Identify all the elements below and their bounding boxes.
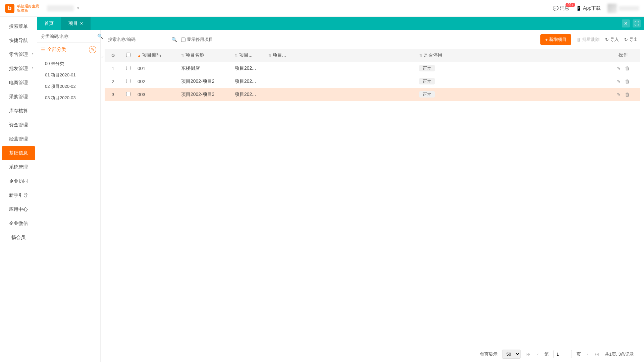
delete-icon[interactable]: 🗑: [625, 79, 630, 84]
cell-code: 003: [135, 88, 178, 101]
toolbar: 🔍 显示停用项目 + 新增项目 🗑: [105, 30, 640, 49]
trash-icon: 🗑: [577, 37, 581, 42]
table-row[interactable]: 1001东楼街店项目202...正常✎🗑: [105, 62, 640, 75]
avatar: [607, 4, 617, 13]
chevron-down-icon: ▼: [76, 6, 80, 10]
category-search: 🔍: [37, 30, 100, 43]
cell-name: 东楼街店: [178, 62, 232, 75]
messages-button[interactable]: 💬 消息 99+: [553, 5, 569, 11]
table-row[interactable]: 3003项目2002-项目3项目202...正常✎🗑: [105, 88, 640, 101]
col-code[interactable]: 项目编码: [135, 49, 178, 62]
tab-home[interactable]: 首页: [37, 17, 61, 30]
row-index: 2: [105, 75, 121, 88]
phone-icon: 📱: [576, 6, 582, 11]
tab-project-label: 项目: [68, 20, 78, 26]
export-button[interactable]: ↻ 导出: [624, 37, 638, 43]
page-size-select[interactable]: 50: [502, 350, 521, 359]
category-search-input[interactable]: [41, 34, 97, 39]
search-icon[interactable]: 🔍: [171, 37, 177, 42]
row-checkbox[interactable]: [126, 66, 130, 70]
search-input[interactable]: [107, 35, 170, 44]
cell-name: 项目2002-项目3: [178, 88, 232, 101]
cell-status: 正常: [417, 62, 606, 75]
delete-icon[interactable]: 🗑: [625, 66, 630, 71]
category-panel: 🔍 ☰ 全部分类 ✎ 00 未分类01 项目2020-0102 项目2020-0…: [37, 30, 101, 362]
cell-category: 项目202...: [232, 75, 266, 88]
sidebar-item[interactable]: 新手引导: [0, 188, 37, 202]
prev-page-button[interactable]: ‹: [536, 352, 540, 357]
show-disabled-input[interactable]: [181, 38, 185, 42]
tab-project[interactable]: 项目 ✕: [61, 17, 91, 30]
sidebar-item[interactable]: 畅会员: [0, 231, 37, 245]
col-name[interactable]: 项目名称: [178, 49, 232, 62]
first-page-button[interactable]: ⏮: [525, 352, 532, 357]
sidebar-item[interactable]: 基础信息: [2, 146, 35, 160]
add-project-label: 新增项目: [549, 37, 567, 43]
category-item[interactable]: 01 项目2020-01: [37, 69, 100, 81]
add-project-button[interactable]: + 新增项目: [540, 34, 571, 45]
cell-code: 001: [135, 62, 178, 75]
show-disabled-checkbox[interactable]: 显示停用项目: [181, 37, 213, 43]
page-summary: 共1页, 3条记录: [605, 351, 634, 357]
close-icon[interactable]: ✕: [80, 21, 83, 26]
app-download-button[interactable]: 📱 App下载: [576, 5, 601, 11]
col-category[interactable]: 项目...: [232, 49, 266, 62]
sidebar-item[interactable]: 系统管理: [0, 160, 37, 174]
sidebar-item[interactable]: 电商管理: [0, 76, 37, 90]
list-icon: ☰: [41, 47, 45, 52]
messages-badge: 99+: [566, 3, 575, 7]
category-item[interactable]: 03 项目2020-03: [37, 92, 100, 104]
row-index: 3: [105, 88, 121, 101]
edit-icon[interactable]: ✎: [617, 66, 621, 71]
select-all-checkbox[interactable]: [126, 53, 130, 57]
sidebar-item[interactable]: 零售管理: [0, 48, 37, 62]
category-item[interactable]: 00 未分类: [37, 58, 100, 69]
sidebar-item[interactable]: 资金管理: [0, 118, 37, 132]
sidebar-item[interactable]: 搜索菜单: [0, 19, 37, 34]
sidebar-item[interactable]: 库存核算: [0, 104, 37, 118]
cell-category: 项目202...: [232, 62, 266, 75]
cell-category: 项目202...: [232, 88, 266, 101]
row-checkbox[interactable]: [126, 92, 130, 96]
last-page-button[interactable]: ⏭: [594, 352, 600, 357]
pagination: 每页显示 50 ⏮ ‹ 第 页 › ⏭ 共1页, 3条记录: [105, 346, 640, 362]
delete-icon[interactable]: 🗑: [625, 92, 630, 97]
goto-prefix: 第: [544, 351, 549, 357]
close-all-tabs-button[interactable]: ✕: [622, 19, 630, 27]
sidebar-item[interactable]: 经营管理: [0, 132, 37, 146]
sidebar-item[interactable]: 快捷导航: [0, 34, 37, 48]
batch-delete-button[interactable]: 🗑 批量删除: [577, 37, 600, 43]
sidebar: 搜索菜单快捷导航零售管理批发管理电商管理采购管理库存核算资金管理经营管理基础信息…: [0, 17, 37, 362]
logo-text: 畅捷通好生意 标准版: [17, 4, 39, 12]
fullscreen-button[interactable]: ⛶: [633, 19, 641, 27]
gear-icon[interactable]: ⚙: [111, 53, 115, 58]
sidebar-item[interactable]: 应用中心: [0, 202, 37, 217]
sidebar-item[interactable]: 批发管理: [0, 62, 37, 76]
page-size-label: 每页显示: [480, 351, 497, 357]
category-item[interactable]: 02 项目2020-02: [37, 81, 100, 92]
category-all[interactable]: ☰ 全部分类 ✎: [37, 43, 100, 57]
edit-category-button[interactable]: ✎: [89, 46, 96, 53]
tab-home-label: 首页: [44, 20, 54, 26]
sidebar-item[interactable]: 采购管理: [0, 90, 37, 104]
data-grid: ⚙ 项目编码 项目名称 项目... 项目... 是否停用 操作: [105, 49, 640, 346]
user-menu[interactable]: [607, 4, 639, 13]
edit-icon[interactable]: ✎: [617, 92, 621, 97]
page-input[interactable]: [553, 350, 572, 358]
tabbar: 首页 项目 ✕ ✕ ⛶: [37, 17, 644, 30]
cell-status: 正常: [417, 88, 606, 101]
next-page-button[interactable]: ›: [586, 352, 589, 357]
row-index: 1: [105, 62, 121, 75]
col-status[interactable]: 是否停用: [417, 49, 606, 62]
sidebar-item[interactable]: 企业协同: [0, 174, 37, 188]
logo: b 畅捷通好生意 标准版: [5, 4, 42, 13]
org-switcher[interactable]: ▼: [47, 5, 80, 11]
import-button[interactable]: ↻ 导入: [605, 37, 619, 43]
cell-template: [266, 88, 417, 101]
table-row[interactable]: 2002项目2002-项目2项目202...正常✎🗑: [105, 75, 640, 88]
col-ops: 操作: [606, 49, 640, 62]
col-template[interactable]: 项目...: [266, 49, 417, 62]
row-checkbox[interactable]: [126, 79, 130, 83]
sidebar-item[interactable]: 企业微信: [0, 217, 37, 231]
edit-icon[interactable]: ✎: [617, 79, 621, 84]
